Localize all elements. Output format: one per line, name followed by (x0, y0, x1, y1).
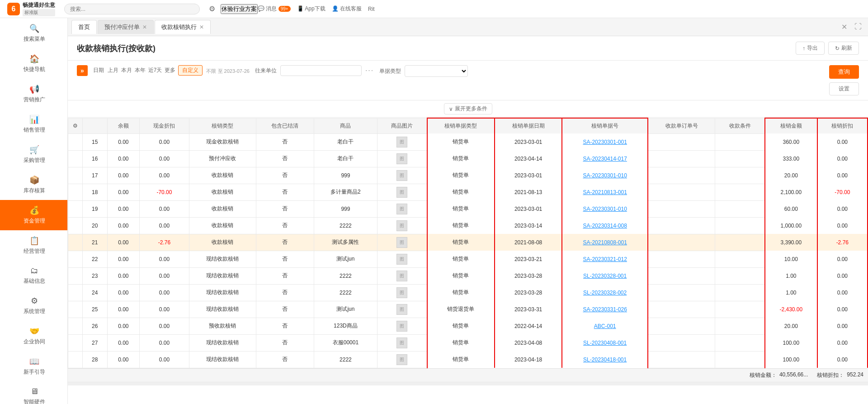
sidebar-item-search[interactable]: 🔍 搜索菜单 (0, 18, 67, 48)
writeoff-discount-cell: -2.76 (817, 234, 868, 251)
writeoff-number-cell[interactable]: SL-20230418-001 (562, 351, 648, 368)
seq-cell: 26 (83, 318, 108, 334)
writeoff-number-cell[interactable]: ABC-001 (562, 318, 648, 334)
write-off-type-cell: 现结收款核销 (189, 301, 256, 318)
writeoff-date-cell: 2023-03-01 (495, 200, 562, 217)
writeoff-number-cell[interactable]: SA-20230301-010 (562, 200, 648, 217)
gear-cell[interactable] (68, 234, 83, 251)
date-last-month[interactable]: 上月 (108, 67, 118, 74)
sidebar-label-sales: 销售管理 (24, 126, 45, 134)
setting-button[interactable]: 设置 (829, 82, 859, 95)
receipt-condition-cell (715, 133, 765, 150)
sidebar-item-operations[interactable]: 📋 经营管理 (0, 230, 67, 261)
writeoff-number-cell[interactable]: SL-20230328-002 (562, 284, 648, 301)
sidebar-item-quick-nav[interactable]: 🏠 快捷导航 (0, 48, 67, 79)
industry-button[interactable]: 休验行业方案 (221, 4, 258, 14)
gear-cell[interactable] (68, 267, 83, 284)
cash-discount-cell: -2.76 (140, 234, 189, 251)
receipt-condition-cell (715, 334, 765, 351)
expand-window-icon[interactable]: ⛶ (852, 22, 864, 32)
col-settings[interactable]: ⚙ (68, 118, 83, 133)
sidebar-item-marketing[interactable]: 📢 营销推广 (0, 79, 67, 109)
product-image-cell: 图 (377, 351, 427, 368)
writeoff-number-cell[interactable]: SA-20230331-026 (562, 301, 648, 318)
cash-discount-cell: -70.00 (140, 184, 189, 200)
tab-receipt-close[interactable]: ✕ (199, 24, 204, 30)
marketing-icon: 📢 (29, 84, 39, 94)
refresh-button[interactable]: ↻ 刷新 (828, 42, 859, 55)
receipt-order-no-cell (648, 318, 715, 334)
writeoff-number-cell[interactable]: SA-20230314-008 (562, 217, 648, 234)
gear-cell[interactable] (68, 284, 83, 301)
seq-cell: 27 (83, 334, 108, 351)
sidebar-item-enterprise[interactable]: 🤝 企业协同 (0, 321, 67, 351)
partner-dots[interactable]: ··· (365, 67, 374, 75)
sidebar-item-system[interactable]: ⚙ 系统管理 (0, 290, 67, 321)
writeoff-number-cell[interactable]: SA-20210813-001 (562, 184, 648, 200)
search-input[interactable] (64, 4, 200, 14)
writeoff-number-cell[interactable]: SA-20230301-001 (562, 133, 648, 150)
main-layout: 🔍 搜索菜单 🏠 快捷导航 📢 营销推广 📊 销售管理 🛒 采购管理 📦 库存核… (0, 18, 868, 404)
gear-cell[interactable] (68, 318, 83, 334)
date-this-month[interactable]: 本月 (121, 67, 132, 74)
sidebar-item-basic[interactable]: 🗂 基础信息 (0, 261, 67, 290)
app-download-button[interactable]: 📱 App下载 (297, 5, 326, 13)
gear-cell[interactable] (68, 334, 83, 351)
sidebar-item-sales[interactable]: 📊 销售管理 (0, 109, 67, 139)
query-button[interactable]: 查询 (829, 65, 859, 79)
writeoff-number-cell[interactable]: SL-20230408-001 (562, 334, 648, 351)
writeoff-number-cell[interactable]: SL-20230328-001 (562, 267, 648, 284)
expand-more-button[interactable]: ∨ 展开更多条件 (444, 103, 492, 114)
writeoff-number-cell[interactable]: SA-20230301-010 (562, 167, 648, 184)
filter-toggle-button[interactable]: » (77, 65, 88, 76)
date-more[interactable]: 更多 (165, 67, 175, 74)
export-button[interactable]: ↑ 导出 (796, 42, 825, 55)
inventory-icon: 📦 (29, 175, 39, 185)
footer-writeoff-discount: 核销折扣： 952.24 (817, 371, 863, 379)
voucher-type-select[interactable] (405, 65, 468, 77)
cash-discount-cell: 0.00 (140, 301, 189, 318)
sidebar-item-purchase[interactable]: 🛒 采购管理 (0, 139, 67, 170)
scrollbar[interactable] (68, 382, 868, 385)
top-search-area[interactable] (64, 4, 200, 14)
date-this-year[interactable]: 本年 (135, 67, 146, 74)
message-button[interactable]: 💬 消息 99+ (258, 5, 291, 13)
gear-cell[interactable] (68, 351, 83, 368)
sidebar-item-finance[interactable]: 💰 资金管理 (0, 200, 67, 230)
date-7days[interactable]: 近7天 (148, 67, 162, 74)
page-header: 收款核销执行(按收款) ↑ 导出 ↻ 刷新 (68, 36, 868, 61)
writeoff-number-cell[interactable]: SA-20230321-012 (562, 251, 648, 267)
close-window-icon[interactable]: ✕ (839, 22, 850, 32)
writeoff-number-cell[interactable]: SA-20210808-001 (562, 234, 648, 251)
gear-cell[interactable] (68, 200, 83, 217)
partner-input[interactable] (280, 65, 362, 76)
col-writeoff-amount: 核销金额 (765, 118, 817, 133)
included-settled-cell: 否 (256, 251, 314, 267)
tab-prepay[interactable]: 预付冲应付单 ✕ (98, 20, 154, 34)
gear-cell[interactable] (68, 133, 83, 150)
sidebar-label-basic: 基础信息 (24, 277, 45, 285)
gear-cell[interactable] (68, 251, 83, 267)
hardware-icon: 🖥 (30, 387, 38, 396)
online-service-button[interactable]: 👤 在线客服 (332, 5, 362, 13)
product-image-cell: 图 (377, 284, 427, 301)
date-custom-button[interactable]: 自定义 (178, 65, 203, 76)
writeoff-number-cell[interactable]: SA-20230414-017 (562, 150, 648, 167)
tab-prepay-label: 预付冲应付单 (104, 23, 140, 31)
sidebar-item-inventory[interactable]: 📦 库存核算 (0, 170, 67, 200)
sidebar-item-guide[interactable]: 📖 新手引导 (0, 351, 67, 381)
gear-cell[interactable] (68, 217, 83, 234)
export-label: 导出 (807, 44, 818, 52)
gear-cell[interactable] (68, 184, 83, 200)
gear-cell[interactable] (68, 167, 83, 184)
receipt-condition-cell (715, 251, 765, 267)
gear-icon[interactable]: ⚙ (209, 5, 215, 13)
page-title: 收款核销执行(按收款) (77, 43, 156, 54)
tab-receipt[interactable]: 收款核销执行 ✕ (155, 20, 211, 34)
gear-cell[interactable] (68, 150, 83, 167)
tab-home[interactable]: 首页 (71, 20, 97, 34)
tab-prepay-close[interactable]: ✕ (142, 24, 147, 30)
sidebar-item-hardware[interactable]: 🖥 智能硬件 (0, 381, 67, 404)
writeoff-voucher-type-cell: 销货单 (427, 234, 495, 251)
gear-cell[interactable] (68, 301, 83, 318)
